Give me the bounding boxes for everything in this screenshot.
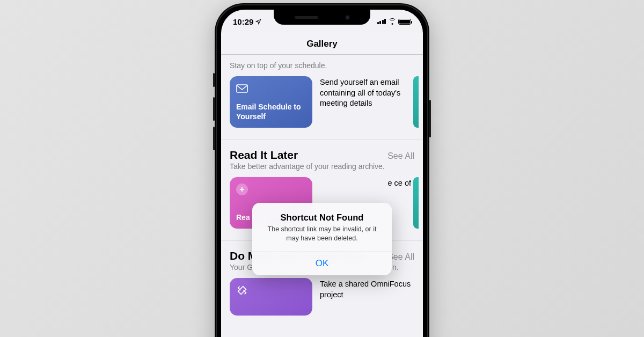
battery-icon [398,19,411,25]
status-right [377,18,412,25]
section-title: Read It Later [230,149,298,162]
section-title: Put It on the Calendar [230,55,346,58]
next-tile-peek[interactable] [413,76,419,128]
speaker [295,16,318,19]
alert-ok-button[interactable]: OK [252,252,392,275]
tile-label: Email Schedule to Yourself [236,102,306,121]
notch [274,10,370,25]
status-time: 10:29 [233,17,253,26]
content-scroll[interactable]: Put It on the Calendar See All Stay on t… [221,55,423,337]
svg-rect-0 [237,85,247,92]
tile-description: Send yourself an email containing all of… [320,76,414,109]
side-button-vol-down [213,127,215,150]
location-icon [255,19,261,25]
wifi-icon [388,18,396,25]
next-tile-peek[interactable] [413,177,419,229]
see-all-link[interactable]: See All [387,151,414,161]
shortcut-tile-email-schedule[interactable]: Email Schedule to Yourself [230,76,312,128]
nav-bar: Gallery [221,33,423,55]
screen: 10:29 Gallery Put It on the Calendar See… [221,10,423,337]
section-calendar: Put It on the Calendar See All Stay on t… [221,55,423,130]
alert-dialog: Shortcut Not Found The shortcut link may… [252,203,392,275]
shortcut-tile-omnifocus[interactable] [230,278,312,316]
side-button-right [429,100,431,137]
alert-message: The shortcut link may be invalid, or it … [261,225,383,243]
see-all-link[interactable]: See All [387,55,414,61]
side-button-mute [213,73,215,87]
tile-description: Take a shared OmniFocus project [320,278,414,300]
section-subtitle: Stay on top of your schedule. [230,61,414,70]
front-camera [345,15,350,20]
mail-icon [236,83,248,94]
side-button-vol-up [213,97,215,121]
add-icon: + [236,184,248,195]
page-title: Gallery [306,39,338,49]
tools-icon [236,284,248,296]
cellular-icon [377,19,386,24]
status-left: 10:29 [233,17,261,26]
section-subtitle: Take better advantage of your reading ar… [230,162,414,171]
iphone-frame: 10:29 Gallery Put It on the Calendar See… [215,3,429,337]
tile-description: e ce of [320,177,414,189]
alert-title: Shortcut Not Found [261,213,383,223]
